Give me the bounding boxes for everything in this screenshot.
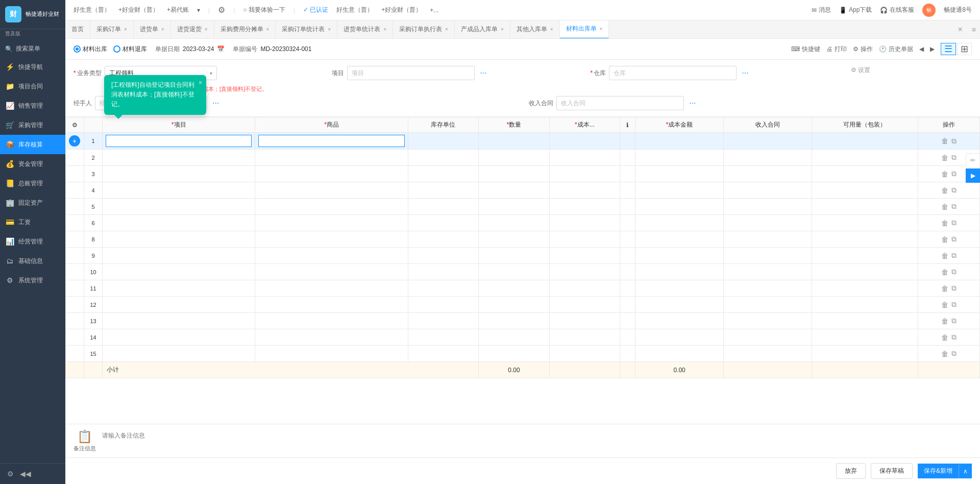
tab-purchase-order[interactable]: 采购订单 × — [90, 20, 134, 39]
message-btn[interactable]: ✉ 消息 — [812, 6, 831, 14]
topbar-link-6[interactable]: +... — [430, 7, 438, 14]
cop-12[interactable]: ⧉ — [951, 300, 957, 309]
td-project-1[interactable] — [103, 133, 255, 150]
sidebar-item-assets[interactable]: 🏢 固定资产 — [0, 193, 65, 212]
td-cost-1[interactable] — [549, 133, 620, 150]
td-cost-amount-1[interactable] — [635, 133, 724, 150]
cop-10[interactable]: ⧉ — [951, 268, 957, 276]
td-a4[interactable] — [635, 182, 724, 199]
tab-purchase-cost-close[interactable]: × — [266, 27, 270, 32]
income-contract-input[interactable]: 收入合同 — [556, 96, 684, 110]
delete-row-btn-1[interactable]: 🗑 — [941, 137, 948, 145]
topbar-link-4[interactable]: 好生意（普） — [336, 6, 373, 14]
td-ic4[interactable] — [724, 182, 812, 199]
tab-inbound-stats[interactable]: 进货单统计表 × — [337, 20, 393, 39]
cop-13[interactable]: ⧉ — [951, 317, 957, 325]
cop-3[interactable]: ⧉ — [951, 170, 957, 178]
tab-inbound-return-close[interactable]: × — [205, 27, 208, 32]
sidebar-item-accounting[interactable]: 📒 总账管理 — [0, 174, 65, 193]
td-g4[interactable] — [255, 182, 408, 199]
tab-other-inbound[interactable]: 其他入库单 × — [510, 20, 560, 39]
del-13[interactable]: 🗑 — [941, 317, 948, 325]
project-input[interactable]: 项目 — [347, 66, 475, 80]
shortcut-btn[interactable]: ⌨ 快捷键 — [791, 45, 820, 54]
online-service-btn[interactable]: 🎧 在线客服 — [880, 6, 914, 14]
collapse-icon[interactable]: ◀◀ — [20, 469, 31, 479]
topbar-link-1[interactable]: 好生意（普） — [74, 6, 110, 14]
td-g6[interactable] — [255, 215, 408, 231]
td-contract-2[interactable] — [724, 150, 812, 166]
history-btn[interactable]: 🕐 历史单据 — [879, 45, 913, 54]
cop-9[interactable]: ⧉ — [951, 251, 957, 260]
sidebar-item-payroll[interactable]: 💳 工资 — [0, 212, 65, 232]
income-contract-dots-btn[interactable]: ··· — [689, 99, 696, 108]
td-unit-1[interactable] — [408, 133, 478, 150]
td-q5[interactable] — [479, 199, 549, 215]
td-q6[interactable] — [479, 215, 549, 231]
td-c5[interactable] — [549, 199, 620, 215]
td-u4[interactable] — [408, 182, 478, 199]
del-8[interactable]: 🗑 — [941, 235, 948, 244]
save-new-arrow[interactable]: ∧ — [959, 465, 972, 478]
tooltip-close-btn[interactable]: × — [199, 78, 202, 88]
copy-2[interactable]: ⧉ — [951, 153, 957, 162]
notes-input[interactable] — [102, 429, 972, 448]
td-g9[interactable] — [255, 248, 408, 264]
sidebar-item-base[interactable]: 🗂 基础信息 — [0, 251, 65, 271]
save-new-main[interactable]: 保存&新增 — [918, 464, 959, 478]
td-c6[interactable] — [549, 215, 620, 231]
sidebar-item-inventory[interactable]: 📦 库存核算 — [0, 135, 65, 154]
td-p5[interactable] — [103, 199, 255, 215]
delete-2[interactable]: 🗑 — [941, 154, 948, 162]
topbar-link-5[interactable]: +好业财（普） — [381, 6, 422, 14]
grid-view-btn[interactable]: ⊞ — [957, 43, 972, 55]
tab-inbound-stats-close[interactable]: × — [383, 27, 386, 32]
sidebar-item-sales[interactable]: 📈 销售管理 — [0, 96, 65, 115]
td-a8[interactable] — [635, 231, 724, 248]
td-q3[interactable] — [479, 166, 549, 182]
copy-row-btn-1[interactable]: ⧉ — [951, 137, 957, 146]
td-p9[interactable] — [103, 248, 255, 264]
sidebar-item-funds[interactable]: 💰 资金管理 — [0, 154, 65, 174]
app-download-btn[interactable]: 📱 App下载 — [839, 6, 872, 14]
user-name[interactable]: 畅捷通8号 — [944, 6, 972, 14]
cop-6[interactable]: ⧉ — [951, 219, 957, 227]
topbar-link-2[interactable]: +好业财（普） — [118, 6, 159, 14]
td-g3[interactable] — [255, 166, 408, 182]
cop-5[interactable]: ⧉ — [951, 202, 957, 211]
tab-material-outbound[interactable]: 材料出库单 × — [560, 20, 609, 39]
del-14[interactable]: 🗑 — [941, 333, 948, 342]
tab-purchase-order-close[interactable]: × — [124, 27, 127, 32]
date-value[interactable]: 2023-03-24 — [183, 45, 214, 53]
radio-material-out[interactable]: 材料出库 — [74, 45, 107, 54]
td-qty-1[interactable] — [479, 133, 549, 150]
td-add-btn[interactable]: + — [66, 133, 84, 150]
right-panel-edit-btn[interactable]: ✏ — [966, 153, 980, 167]
td-u8[interactable] — [408, 231, 478, 248]
cop-15[interactable]: ⧉ — [951, 349, 957, 358]
td-ic8[interactable] — [724, 231, 812, 248]
cop-14[interactable]: ⧉ — [951, 333, 957, 342]
sidebar-search[interactable]: 🔍 搜索菜单 — [0, 40, 65, 57]
radio-material-return[interactable]: 材料退库 — [113, 45, 147, 54]
more-tabs-btn[interactable]: ≡ — [968, 26, 980, 34]
del-6[interactable]: 🗑 — [941, 219, 948, 227]
tab-product-inbound-close[interactable]: × — [501, 27, 504, 32]
save-draft-btn[interactable]: 保存草稿 — [871, 463, 913, 479]
td-ic5[interactable] — [724, 199, 812, 215]
td-income-contract-1[interactable] — [724, 133, 812, 150]
topbar-link-3[interactable]: +易代账 — [167, 6, 189, 14]
nav-prev-btn[interactable]: ◀ — [919, 45, 924, 53]
del-12[interactable]: 🗑 — [941, 301, 948, 309]
discard-btn[interactable]: 放弃 — [836, 463, 866, 479]
tab-inbound-return[interactable]: 进货退货 × — [171, 20, 214, 39]
tab-purchase-stats[interactable]: 采购订单统计表 × — [276, 20, 337, 39]
th-settings[interactable]: ⚙ — [66, 117, 84, 133]
td-c8[interactable] — [549, 231, 620, 248]
doc-value[interactable]: MD-20230324-001 — [260, 45, 311, 53]
td-u5[interactable] — [408, 199, 478, 215]
td-ic6[interactable] — [724, 215, 812, 231]
td-p6[interactable] — [103, 215, 255, 231]
del-4[interactable]: 🗑 — [941, 186, 948, 195]
settings-bottom-icon[interactable]: ⚙ — [5, 469, 15, 479]
